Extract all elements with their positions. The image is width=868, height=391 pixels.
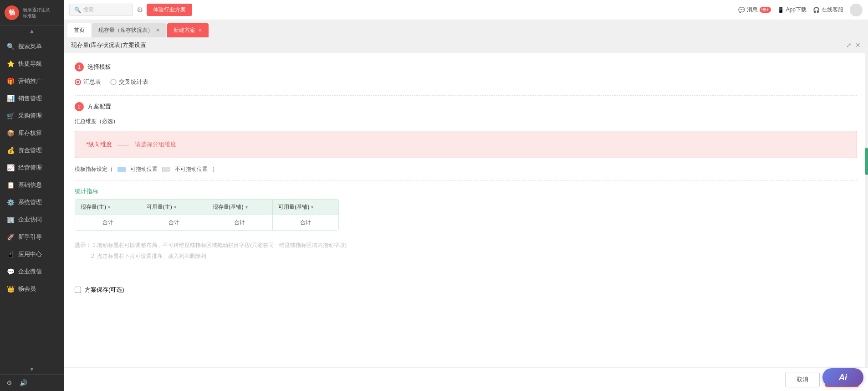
- right-scroll-indicator: [865, 53, 868, 367]
- stats-col-2-header[interactable]: 可用量(主) ▾: [141, 200, 207, 215]
- panel-header-actions: ⤢ ✕: [846, 41, 861, 49]
- stats-col-1-header[interactable]: 现存量(主) ▾: [75, 200, 141, 215]
- stats-header-row: 现存量(主) ▾ 可用量(主) ▾ 现存量(基辅) ▾: [75, 200, 338, 215]
- stats-col-4-label: 可用量(基辅): [278, 203, 309, 211]
- sidebar-item-purchase[interactable]: 🛒 采购管理: [0, 107, 64, 124]
- app-download-action[interactable]: 📱 App下载: [777, 6, 807, 14]
- sidebar-item-sales[interactable]: 📊 销售管理: [0, 90, 64, 107]
- ai-float-button[interactable]: Ai: [822, 368, 863, 386]
- step1-section: 1 选择模板 汇总表 交叉统计表: [75, 62, 857, 86]
- col-4-chevron-icon: ▾: [311, 205, 313, 210]
- building-icon: 🏢: [6, 216, 15, 224]
- chat-icon: 💬: [6, 268, 15, 276]
- user-avatar[interactable]: [850, 4, 863, 16]
- radio-summary-label: 汇总表: [83, 78, 101, 86]
- footer-bar: 取消 查询: [64, 367, 868, 391]
- search-placeholder: 搜索: [83, 6, 94, 14]
- sidebar-scroll-up[interactable]: ▲: [29, 28, 35, 34]
- messages-badge: 99+: [760, 7, 771, 13]
- box-icon: 📦: [6, 129, 15, 137]
- step2-badge: 2: [75, 102, 84, 111]
- tab-inventory-close-icon[interactable]: ✕: [156, 27, 160, 33]
- sidebar-item-quick-nav[interactable]: ⭐ 快捷导航: [0, 55, 64, 72]
- indicator-text-prefix: 模板指标设定（: [75, 165, 113, 173]
- sidebar-item-label: 应用中心: [18, 250, 42, 258]
- sidebar-item-label: 快捷导航: [18, 60, 42, 68]
- stats-col-4-header[interactable]: 可用量(基辅) ▾: [273, 200, 338, 215]
- radio-cross-dot: [110, 79, 117, 85]
- sidebar-item-label: 销售管理: [18, 94, 42, 103]
- top-bar-right: 💬 消息 99+ 📱 App下载 🎧 在线客服: [738, 4, 863, 16]
- line-chart-icon: 📈: [6, 164, 15, 172]
- radio-cross[interactable]: 交叉统计表: [110, 78, 148, 86]
- stats-col-2-label: 可用量(主): [147, 203, 172, 211]
- cart-icon: 🛒: [6, 112, 15, 120]
- tips-item-1: 1.拖动标题栏可以调整布局，不可跨维度或指标区域拖动栏目字段(只能在同一维度或指…: [92, 242, 347, 248]
- sidebar-item-onboarding[interactable]: 🚀 新手引导: [0, 228, 64, 246]
- sidebar-item-basic-info[interactable]: 📋 基础信息: [0, 176, 64, 194]
- settings-gear-icon[interactable]: ⚙: [137, 5, 143, 14]
- tab-new-plan-close-icon[interactable]: ✕: [198, 27, 202, 33]
- sidebar-item-label: 营销推广: [18, 77, 42, 85]
- tab-inventory-status[interactable]: 现存量（库存状况表） ✕: [92, 23, 166, 37]
- stats-cell-1-4: 合计: [273, 215, 338, 230]
- sidebar-nav: 🔍 搜索菜单 ⭐ 快捷导航 🎁 营销推广 📊 销售管理 🛒 采购管理 📦 库存核…: [0, 36, 64, 364]
- sidebar-item-finance[interactable]: 💰 资金管理: [0, 142, 64, 159]
- sidebar-scroll-down[interactable]: ▼: [29, 366, 35, 372]
- close-panel-icon[interactable]: ✕: [855, 41, 861, 49]
- sidebar-item-operations[interactable]: 📈 经营管理: [0, 159, 64, 176]
- required-star: *纵向维度: [86, 140, 112, 149]
- stats-cell-1-1: 合计: [75, 215, 141, 230]
- sidebar-title: 畅康通好生意 标准版: [23, 7, 50, 19]
- sidebar-item-system[interactable]: ⚙️ 系统管理: [0, 194, 64, 211]
- cancel-button[interactable]: 取消: [785, 372, 820, 387]
- expand-icon[interactable]: ⤢: [846, 41, 852, 49]
- sidebar-item-enterprise[interactable]: 🏢 企业协同: [0, 211, 64, 228]
- sidebar-item-member[interactable]: 👑 畅会员: [0, 280, 64, 298]
- tab-new-plan[interactable]: 新建方案 ✕: [167, 23, 209, 37]
- chart-icon: 📊: [6, 94, 15, 103]
- sidebar-item-inventory[interactable]: 📦 库存核算: [0, 124, 64, 142]
- search-icon: 🔍: [74, 7, 81, 13]
- sidebar-item-search[interactable]: 🔍 搜索菜单: [0, 38, 64, 55]
- stats-col-1-label: 现存量(主): [81, 203, 106, 211]
- tips-title: 提示：: [75, 242, 91, 248]
- content-panel: 1 选择模板 汇总表 交叉统计表: [64, 53, 868, 367]
- mobile-icon: 📱: [6, 250, 15, 258]
- sidebar-item-wechat[interactable]: 💬 企业微信: [0, 263, 64, 280]
- stats-table: 现存量(主) ▾ 可用量(主) ▾ 现存量(基辅) ▾: [75, 199, 339, 231]
- save-plan-checkbox[interactable]: [75, 287, 81, 293]
- sidebar-item-label: 系统管理: [18, 198, 42, 206]
- dimension-row: *纵向维度 —— 请选择分组维度: [86, 140, 846, 149]
- headset-icon: 🎧: [813, 7, 820, 13]
- radio-cross-label: 交叉统计表: [119, 78, 148, 86]
- tab-home[interactable]: 首页: [67, 23, 91, 37]
- stats-col-3-header[interactable]: 现存量(基辅) ▾: [207, 200, 273, 215]
- star-icon: ⭐: [6, 60, 15, 68]
- messages-action[interactable]: 💬 消息 99+: [738, 6, 771, 14]
- online-service-action[interactable]: 🎧 在线客服: [813, 6, 843, 14]
- sidebar-item-app-center[interactable]: 📱 应用中心: [0, 246, 64, 263]
- volume-icon[interactable]: 🔊: [20, 379, 27, 386]
- draggable-indicator: [117, 167, 126, 172]
- sidebar-item-label: 企业微信: [18, 268, 42, 276]
- sidebar-item-marketing[interactable]: 🎁 营销推广: [0, 72, 64, 90]
- radio-summary[interactable]: 汇总表: [75, 78, 101, 86]
- search-bar[interactable]: 🔍 搜索: [69, 4, 133, 16]
- col-3-chevron-icon: ▾: [245, 205, 248, 210]
- crown-icon: 👑: [6, 285, 15, 293]
- tips-item-2: 2. 点击标题栏下拉可设置排序、插入列和删除列: [91, 253, 206, 259]
- main-area: 🔍 搜索 ⚙ 体验行业方案 💬 消息 99+ 📱 App下载 🎧 在线客服: [64, 0, 868, 391]
- dimension-placeholder[interactable]: 请选择分组维度: [135, 140, 176, 149]
- settings-icon[interactable]: ⚙: [6, 379, 12, 386]
- step2-title: 2 方案配置: [75, 102, 857, 111]
- indicator-row: 模板指标设定（ 可拖动位置 不可拖动位置 ）: [75, 165, 857, 173]
- dimension-area: *纵向维度 —— 请选择分组维度: [75, 131, 857, 158]
- try-industry-button[interactable]: 体验行业方案: [147, 4, 192, 16]
- sidebar-footer: ⚙ 🔊: [0, 374, 64, 391]
- top-bar-left: 🔍 搜索 ⚙ 体验行业方案: [69, 4, 735, 16]
- sidebar-item-label: 库存核算: [18, 129, 42, 137]
- sidebar-item-label: 资金管理: [18, 146, 42, 154]
- tab-inventory-label: 现存量（库存状况表）: [98, 26, 153, 34]
- stats-cell-1-2: 合计: [141, 215, 207, 230]
